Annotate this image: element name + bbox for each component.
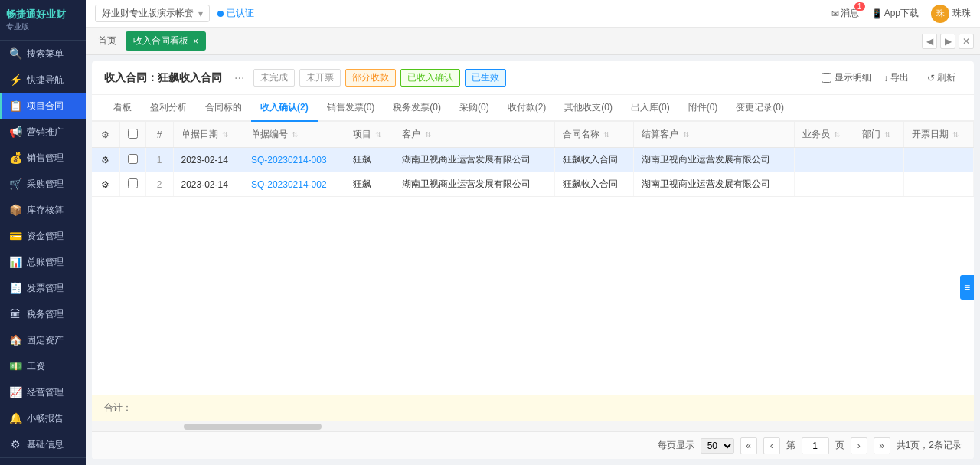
refresh-icon: ↺ [927, 73, 935, 84]
col-customer[interactable]: 客户 ⇅ [394, 122, 555, 148]
sub-tab-10[interactable]: 附件(0) [679, 95, 727, 122]
row-docno-1[interactable]: SQ-20230214-002 [243, 172, 345, 197]
certified-badge: 已认证 [217, 7, 254, 20]
sidebar-item-0[interactable]: 🔍搜索菜单 [0, 41, 86, 67]
sub-tab-8[interactable]: 其他收支(0) [555, 95, 622, 122]
sidebar-item-2[interactable]: 📋项目合同 [0, 93, 86, 119]
row-cb-0[interactable] [128, 154, 138, 164]
sidebar-item-11[interactable]: 🏠固定资产 [0, 327, 86, 353]
last-page-button[interactable]: » [874, 437, 890, 454]
status-badge-4[interactable]: 已生效 [465, 69, 506, 87]
row-settings-0[interactable]: ⚙ [92, 148, 119, 172]
sidebar-footer-pin[interactable]: 📌 取消固定 [0, 457, 86, 465]
logo-sub-text: 专业版 [6, 21, 80, 32]
contract-more-button[interactable]: ··· [234, 71, 244, 85]
sub-tab-5[interactable]: 税务发票(0) [384, 95, 450, 122]
sort-salesman-icon: ⇅ [834, 130, 840, 139]
sidebar-item-10[interactable]: 🏛税务管理 [0, 301, 86, 327]
show-detail-input[interactable] [822, 73, 831, 83]
sidebar: 畅捷通好业财 专业版 🔍搜索菜单⚡快捷导航📋项目合同📢营销推广💰销售管理🛒采购管… [0, 0, 86, 465]
nav-icon-2: 📋 [8, 99, 22, 113]
status-badge-1[interactable]: 未开票 [299, 69, 341, 87]
user-menu[interactable]: 珠 珠珠 [931, 5, 971, 23]
company-selector[interactable]: 好业财专业版演示帐套 ▾ [95, 5, 210, 22]
row-settings-1[interactable]: ⚙ [92, 172, 119, 197]
next-page-button[interactable]: › [851, 437, 867, 454]
sub-tab-4[interactable]: 销售发票(0) [318, 95, 384, 122]
sidebar-item-12[interactable]: 💵工资 [0, 353, 86, 379]
status-badges: 未完成未开票部分收款已收入确认已生效 [253, 69, 506, 87]
sub-tab-9[interactable]: 出入库(0) [622, 95, 679, 122]
message-button[interactable]: ✉ 消息 1 [831, 7, 859, 20]
col-checkbox[interactable] [119, 122, 145, 148]
tab-prev-button[interactable]: ◀ [922, 34, 937, 49]
nav-icon-4: 💰 [8, 151, 22, 165]
row-checkbox-1[interactable] [119, 172, 145, 197]
row-contract-name-1: 狂飙收入合同 [555, 172, 634, 197]
col-num: # [145, 122, 173, 148]
tab-close-all-button[interactable]: ✕ [959, 34, 974, 49]
tab-home[interactable]: 首页 [92, 31, 122, 51]
nav-label-14: 小畅报告 [27, 412, 64, 425]
sidebar-item-13[interactable]: 📈经营管理 [0, 379, 86, 405]
row-cb-1[interactable] [128, 178, 138, 188]
certified-label: 已认证 [227, 7, 254, 20]
sub-tab-7[interactable]: 收付款(2) [498, 95, 556, 122]
sidebar-item-4[interactable]: 💰销售管理 [0, 145, 86, 171]
page-size-select[interactable]: 50 [701, 438, 734, 454]
horizontal-scrollbar[interactable] [92, 421, 974, 431]
sub-tab-2[interactable]: 合同标的 [196, 95, 251, 122]
col-invoice-date[interactable]: 开票日期 ⇅ [903, 122, 973, 148]
row-dept-0 [854, 148, 903, 172]
sidebar-item-9[interactable]: 🧾发票管理 [0, 275, 86, 301]
sidebar-item-8[interactable]: 📊总账管理 [0, 249, 86, 275]
nav-icon-15: ⚙ [8, 437, 22, 451]
page-label-post: 页 [835, 439, 844, 452]
status-badge-0[interactable]: 未完成 [253, 69, 295, 87]
content-panel: 收入合同：狂飙收入合同 ··· 未完成未开票部分收款已收入确认已生效 显示明细 … [92, 61, 974, 459]
col-billing-customer[interactable]: 结算客户 ⇅ [634, 122, 795, 148]
row-docno-link-0[interactable]: SQ-20230214-003 [251, 155, 327, 165]
row-docno-0[interactable]: SQ-20230214-003 [243, 148, 345, 172]
right-float-button[interactable]: ≡ [960, 275, 974, 300]
tab-active[interactable]: 收入合同看板 × [126, 31, 206, 51]
tab-next-button[interactable]: ▶ [940, 34, 956, 49]
sidebar-item-1[interactable]: ⚡快捷导航 [0, 67, 86, 93]
sub-tab-1[interactable]: 盈利分析 [141, 95, 196, 122]
col-project[interactable]: 项目 ⇅ [345, 122, 394, 148]
sidebar-item-5[interactable]: 🛒采购管理 [0, 171, 86, 197]
first-page-button[interactable]: « [740, 437, 757, 454]
row-salesman-0 [794, 148, 854, 172]
sub-tab-6[interactable]: 采购(0) [450, 95, 498, 122]
scrollbar-thumb[interactable] [184, 424, 322, 430]
col-doc-no[interactable]: 单据编号 ⇅ [243, 122, 345, 148]
sidebar-item-3[interactable]: 📢营销推广 [0, 119, 86, 145]
prev-page-button[interactable]: ‹ [763, 437, 780, 454]
col-salesman[interactable]: 业务员 ⇅ [794, 122, 854, 148]
col-settings[interactable]: ⚙ [92, 122, 119, 148]
app-download-button[interactable]: 📱 App下载 [871, 7, 919, 20]
col-date[interactable]: 单据日期 ⇅ [173, 122, 243, 148]
tab-close-button[interactable]: × [193, 36, 198, 47]
col-contract-name[interactable]: 合同名称 ⇅ [555, 122, 634, 148]
select-all-checkbox[interactable] [128, 129, 138, 139]
sub-tab-11[interactable]: 变更记录(0) [727, 95, 793, 122]
status-badge-3[interactable]: 已收入确认 [400, 69, 460, 87]
sidebar-item-15[interactable]: ⚙基础信息 [0, 431, 86, 457]
sidebar-item-14[interactable]: 🔔小畅报告 [0, 405, 86, 431]
col-dept[interactable]: 部门 ⇅ [854, 122, 903, 148]
sort-docno-icon: ⇅ [292, 130, 298, 139]
export-button[interactable]: ↓ 导出 [877, 69, 915, 87]
company-name: 好业财专业版演示帐套 [102, 7, 194, 20]
sub-tab-0[interactable]: 看板 [104, 95, 141, 122]
page-number-input[interactable] [802, 437, 829, 454]
sidebar-item-6[interactable]: 📦库存核算 [0, 197, 86, 223]
sub-tab-3[interactable]: 收入确认(2) [251, 95, 318, 122]
row-num-0: 1 [145, 148, 173, 172]
status-badge-2[interactable]: 部分收款 [345, 69, 396, 87]
refresh-button[interactable]: ↺ 刷新 [921, 69, 962, 87]
sidebar-item-7[interactable]: 💳资金管理 [0, 223, 86, 249]
show-detail-checkbox[interactable]: 显示明细 [822, 71, 871, 84]
row-docno-link-1[interactable]: SQ-20230214-002 [251, 179, 327, 190]
row-checkbox-0[interactable] [119, 148, 145, 172]
